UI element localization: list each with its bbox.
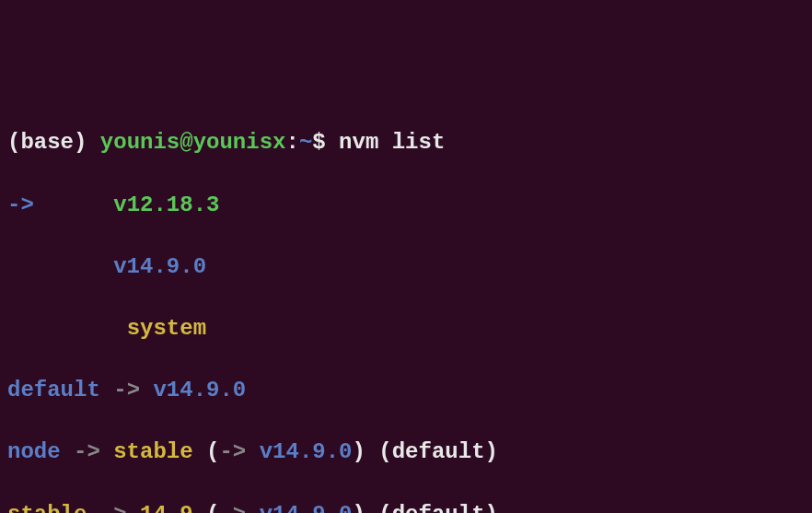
conda-env: (base): [7, 130, 100, 155]
user-host: younis@younisx: [100, 130, 286, 155]
alias-name: node: [7, 439, 61, 464]
inner-arrow: ->: [219, 439, 259, 464]
inner-arrow: ->: [219, 502, 259, 514]
inner-target: v14.9.0: [260, 502, 353, 514]
current-version: v12.18.3: [113, 192, 219, 217]
installed-line-v14: v14.9.0: [7, 251, 805, 283]
paren-open: (: [193, 439, 220, 464]
paren-close: ): [353, 502, 365, 514]
alias-node: node -> stable (-> v14.9.0) (default): [7, 437, 805, 468]
alias-stable: stable -> 14.9 (-> v14.9.0) (default): [7, 499, 805, 514]
installed-version: v14.9.0: [113, 254, 206, 279]
extra: (default): [365, 439, 498, 464]
alias-name: stable: [7, 502, 87, 514]
alias-default: default -> v14.9.0: [7, 375, 805, 406]
colon: :: [285, 130, 298, 155]
system-label: system: [127, 316, 206, 341]
alias-target: stable: [113, 439, 192, 464]
alias-target: v14.9.0: [153, 378, 246, 402]
extra: (default): [365, 502, 498, 514]
inner-target: v14.9.0: [260, 439, 353, 464]
current-arrow: ->: [7, 192, 34, 217]
command-text: nvm list: [339, 130, 445, 155]
arrow: ->: [100, 378, 154, 402]
arrow: ->: [61, 439, 114, 464]
dollar: $: [312, 130, 339, 155]
path: ~: [299, 130, 312, 155]
paren-open: (: [193, 502, 220, 514]
alias-name: default: [7, 378, 100, 402]
current-version-line: -> v12.18.3: [7, 190, 805, 221]
arrow: ->: [87, 502, 140, 514]
prompt-line-1: (base) younis@younisx:~$ nvm list: [7, 127, 805, 158]
paren-close: ): [353, 439, 365, 464]
system-line: system: [7, 313, 805, 344]
alias-target: 14.9: [140, 502, 193, 514]
